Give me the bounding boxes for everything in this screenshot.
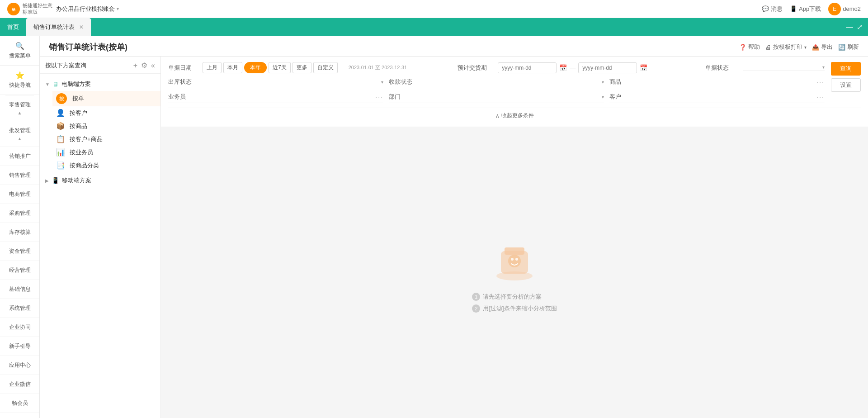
date-btn-7days[interactable]: 近7天 xyxy=(269,62,291,73)
sidebar-item-sales[interactable]: 销售管理 xyxy=(0,166,39,185)
tree-node-by-cust-prod[interactable]: 📋 按客户+商品 xyxy=(52,133,160,146)
out-status-label: 出库状态 xyxy=(168,78,192,86)
message-icon: 💬 xyxy=(762,5,769,12)
message-action[interactable]: 💬 消息 xyxy=(762,5,783,13)
workspace-selector[interactable]: 办公用品行业模拟账套 ▾ xyxy=(56,5,119,13)
sidebar-item-wholesale[interactable]: 批发管理 ▲ xyxy=(0,121,39,147)
out-status-arrow-icon[interactable]: ▾ xyxy=(381,80,383,85)
sidebar-item-finance[interactable]: 资金管理 xyxy=(0,242,39,261)
salesperson-more-icon[interactable]: ··· xyxy=(375,93,383,100)
sidebar-item-base[interactable]: 基础信息 xyxy=(0,280,39,299)
pay-status-content: ▾ xyxy=(416,80,604,85)
tab-sales-label: 销售订单统计表 xyxy=(33,23,75,31)
main-layout: 🔍 搜索菜单 ⭐ 快捷导航 零售管理 ▲ 批发管理 ▲ 营销推广 销售管理 电商… xyxy=(0,36,868,418)
sidebar-item-search[interactable]: 🔍 搜索菜单 xyxy=(0,36,39,66)
sidebar-item-appcenter[interactable]: 应用中心 xyxy=(0,356,39,375)
tab-close-icon[interactable]: ✕ xyxy=(79,24,84,30)
calendar-to-icon[interactable]: 📅 xyxy=(640,64,647,71)
out-status-cell: 出库状态 ▾ xyxy=(168,78,383,88)
goods-more-icon[interactable]: ··· xyxy=(816,78,825,86)
message-label: 消息 xyxy=(771,5,783,13)
tree-node-by-product[interactable]: 📦 按商品 xyxy=(52,119,160,133)
top-bar-right: 💬 消息 📱 App下载 E demo2 xyxy=(762,3,861,15)
app-download-action[interactable]: 📱 App下载 xyxy=(790,5,821,13)
salesperson-icon: 📊 xyxy=(56,148,65,157)
help-button[interactable]: ❓ 帮助 xyxy=(739,43,760,51)
star-icon: ⭐ xyxy=(15,71,24,80)
date-btn-lastmonth[interactable]: 上月 xyxy=(203,62,222,73)
sidebar-item-enterprise[interactable]: 企业协同 xyxy=(0,318,39,337)
chevron-up-icon: ▲ xyxy=(18,136,22,141)
sidebar-item-operations[interactable]: 经营管理 xyxy=(0,261,39,280)
sidebar-item-shortcuts[interactable]: ⭐ 快捷导航 xyxy=(0,66,39,95)
salesperson-label: 业务员 xyxy=(168,93,191,101)
date-btn-more[interactable]: 更多 xyxy=(292,62,311,73)
print-button[interactable]: 🖨 按模板打印 ▾ xyxy=(765,43,807,51)
date-btn-thisyear[interactable]: 本年 xyxy=(244,62,267,73)
date-range-text: 2023-01-01 至 2023-12-31 xyxy=(349,64,407,71)
add-scheme-button[interactable]: + xyxy=(133,62,137,70)
goods-content: ··· xyxy=(636,78,825,86)
tip-num-1: 1 xyxy=(472,293,480,301)
customer-cell: 客户 ··· xyxy=(609,93,825,103)
setting-button[interactable]: 设置 xyxy=(831,78,861,92)
sidebar-item-newbie[interactable]: 新手引导 xyxy=(0,337,39,356)
expected-date-from[interactable] xyxy=(498,62,557,73)
svg-point-6 xyxy=(511,258,514,261)
print-arrow-icon: ▾ xyxy=(804,45,807,50)
tree-mobile-arrow-icon: ▶ xyxy=(45,178,49,183)
refresh-button[interactable]: 🔄 刷新 xyxy=(838,43,859,51)
customer-more-icon[interactable]: ··· xyxy=(816,93,825,100)
tree-node-by-customer[interactable]: 👤 按客户 xyxy=(52,106,160,119)
chevron-down-icon: ▲ xyxy=(18,110,22,115)
sidebar-item-marketing[interactable]: 营销推广 xyxy=(0,147,39,166)
dept-content: ▾ xyxy=(415,95,604,100)
tree-node-mobile[interactable]: ▶ 📱 移动端方案 xyxy=(40,174,160,187)
sidebar-item-ecommerce[interactable]: 电商管理 xyxy=(0,185,39,204)
sidebar-item-purchase[interactable]: 采购管理 xyxy=(0,204,39,223)
sidebar-item-corpwechat[interactable]: 企业微信 xyxy=(0,375,39,394)
sidebar-item-inventory[interactable]: 库存核算 xyxy=(0,223,39,242)
pay-status-arrow-icon[interactable]: ▾ xyxy=(602,80,604,85)
tree-by-category-label: 按商品分类 xyxy=(70,162,99,170)
tree-node-by-salesperson[interactable]: 📊 按业务员 xyxy=(52,146,160,159)
status-arrow-icon: ▾ xyxy=(822,65,825,70)
filter-row-person: 业务员 ··· 部门 ▾ xyxy=(168,93,825,103)
query-button[interactable]: 查询 xyxy=(831,62,861,76)
tree-node-by-category[interactable]: 📑 按商品分类 xyxy=(52,159,160,172)
sidebar-item-system[interactable]: 系统管理 xyxy=(0,299,39,318)
dept-arrow-icon[interactable]: ▾ xyxy=(602,95,604,100)
refresh-label: 刷新 xyxy=(847,43,859,51)
phone-icon: 📱 xyxy=(790,5,797,12)
tab-sales-order-stats[interactable]: 销售订单统计表 ✕ xyxy=(26,18,91,36)
sidebar-inventory-label: 库存核算 xyxy=(9,228,31,236)
avatar: E xyxy=(828,3,841,15)
minimize-button[interactable]: — xyxy=(846,24,853,31)
left-panel-header: 按以下方案查询 + ⚙ « xyxy=(40,57,160,74)
tree-node-pc[interactable]: ▼ 🖥 电脑端方案 xyxy=(40,77,160,91)
dept-label: 部门 xyxy=(389,93,411,101)
date-btn-thismonth[interactable]: 本月 xyxy=(223,62,242,73)
search-icon: 🔍 xyxy=(15,42,24,50)
sidebar-search-label: 搜索菜单 xyxy=(9,52,31,60)
export-button[interactable]: 📤 导出 xyxy=(812,43,833,51)
collapse-button[interactable]: ∧ 收起更多条件 xyxy=(495,112,534,119)
expected-date-to[interactable] xyxy=(578,62,637,73)
tree-mobile-label: 移动端方案 xyxy=(62,176,91,185)
content-area: 销售订单统计表(按单) ❓ 帮助 🖨 按模板打印 ▾ 📤 导出 🔄 刷新 xyxy=(40,36,868,418)
calendar-from-icon[interactable]: 📅 xyxy=(559,64,567,71)
settings-icon[interactable]: ⚙ xyxy=(141,61,147,70)
date-btn-custom[interactable]: 自定义 xyxy=(313,62,338,73)
sidebar-item-retail[interactable]: 零售管理 ▲ xyxy=(0,95,39,121)
maximize-button[interactable]: ⤢ xyxy=(857,24,863,31)
tab-home[interactable]: 首页 xyxy=(0,18,26,36)
user-label: demo2 xyxy=(843,5,861,12)
cust-prod-icon: 📋 xyxy=(56,135,65,143)
filter-section: 单据日期 上月 本月 本年 近7天 更多 自定义 2023-01-01 至 20… xyxy=(161,57,868,127)
tip-1-text: 请先选择要分析的方案 xyxy=(483,293,542,301)
left-panel-title: 按以下方案查询 xyxy=(45,62,86,70)
user-action[interactable]: E demo2 xyxy=(828,3,861,15)
tree-node-by-order[interactable]: 按 按单 xyxy=(52,91,160,106)
collapse-panel-icon[interactable]: « xyxy=(151,62,155,70)
sidebar-item-member[interactable]: 畅会员 xyxy=(0,394,39,413)
